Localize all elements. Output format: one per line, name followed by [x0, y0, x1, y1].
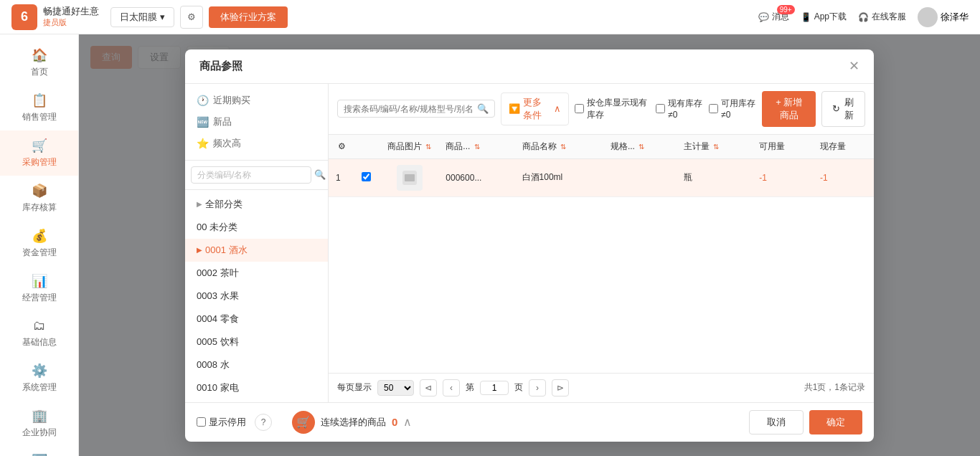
- th-spec[interactable]: 规格... ⇅: [603, 135, 677, 159]
- recent-purchase-tab[interactable]: 🕐 近期购买: [191, 90, 322, 111]
- th-checkbox: [354, 135, 380, 159]
- category-item-0008[interactable]: 0008 水: [185, 353, 328, 376]
- th-available: 可用量: [752, 135, 813, 159]
- user-name: 徐泽华: [941, 11, 969, 24]
- sidebar-item-inventory[interactable]: 📦 库存核算: [0, 176, 78, 221]
- pagination: 每页显示 50 10 20 100 ⊲ ‹ 第 页: [329, 373, 874, 402]
- category-item-0003[interactable]: 0003 水果: [185, 285, 328, 308]
- add-product-button[interactable]: + 新增商品: [762, 91, 816, 127]
- sidebar-item-sales-label: 销售管理: [22, 111, 57, 123]
- cancel-button[interactable]: 取消: [749, 410, 804, 434]
- app-download-nav-item[interactable]: 📱 App下载: [801, 11, 847, 23]
- th-image[interactable]: 商品图片 ⇅: [380, 135, 438, 159]
- last-page-button[interactable]: ⊳: [552, 379, 569, 396]
- row-spec: [603, 158, 677, 196]
- th-unit[interactable]: 主计量 ⇅: [677, 135, 752, 159]
- search-input-wrapper: 🔍: [337, 100, 495, 118]
- help-icon[interactable]: ?: [255, 414, 272, 431]
- recent-purchase-label: 近期购买: [213, 94, 250, 107]
- finance-icon: 💰: [32, 228, 47, 244]
- left-panel: 🕐 近期购买 🆕 新品 ⭐ 频次高: [185, 84, 329, 402]
- confirm-button[interactable]: 确定: [809, 410, 862, 434]
- modal-close-button[interactable]: ✕: [849, 60, 859, 72]
- prev-page-button[interactable]: ‹: [443, 379, 460, 396]
- category-item-0004[interactable]: 0004 零食: [185, 308, 328, 331]
- sidebar-item-home[interactable]: 🏠 首页: [0, 40, 78, 85]
- table-header-row: ⚙ 商品图片 ⇅ 商品... ⇅: [329, 135, 874, 159]
- chevron-up-icon: ∧: [554, 103, 561, 114]
- checkbox-filter-1[interactable]: 按仓库显示现有库存: [575, 97, 651, 121]
- page-total: 共1页，1条记录: [804, 381, 865, 394]
- sidebar-item-purchase[interactable]: 🛒 采购管理: [0, 130, 78, 176]
- experience-button[interactable]: 体验行业方案: [209, 6, 288, 28]
- logo-area: 6 畅捷通好生意 捷员版: [11, 4, 99, 30]
- online-service-nav-item[interactable]: 🎧 在线客服: [858, 11, 906, 23]
- category-item-0001[interactable]: ▶ 0001 酒水: [185, 239, 328, 262]
- page-number-input[interactable]: [480, 381, 509, 395]
- frequent-tab[interactable]: ⭐ 频次高: [191, 133, 322, 154]
- sidebar-item-finance[interactable]: 💰 资金管理: [0, 221, 78, 266]
- th-code[interactable]: 商品... ⇅: [438, 135, 514, 159]
- th-settings[interactable]: ⚙: [329, 135, 354, 159]
- first-page-button[interactable]: ⊲: [420, 379, 437, 396]
- row-name: 白酒100ml: [515, 158, 603, 196]
- store-selector[interactable]: 日太阳膜 ▾: [110, 7, 174, 27]
- product-table-wrap: ⚙ 商品图片 ⇅ 商品... ⇅: [329, 135, 874, 373]
- category-item-0002[interactable]: 0002 茶叶: [185, 262, 328, 285]
- category-item-00[interactable]: 00 未分类: [185, 216, 328, 239]
- sidebar-item-enterprise[interactable]: 🏢 企业协同: [0, 401, 78, 446]
- chevron-down-icon: ▾: [160, 11, 165, 22]
- checkbox-filter-2[interactable]: 现有库存≠0: [656, 98, 703, 120]
- search-submit-icon[interactable]: 🔍: [477, 103, 489, 114]
- sidebar-item-sales[interactable]: 📋 销售管理: [0, 85, 78, 130]
- category-item-0003-label: 0003 水果: [197, 290, 239, 303]
- sidebar-item-business[interactable]: 📊 经营管理: [0, 266, 78, 311]
- sidebar-item-system[interactable]: ⚙️ 系统管理: [0, 356, 78, 401]
- new-products-tab[interactable]: 🆕 新品: [191, 111, 322, 133]
- page-unit: 页: [514, 381, 523, 394]
- row-checkbox-cell[interactable]: [354, 158, 380, 196]
- category-item-0010[interactable]: 0010 家电: [185, 376, 328, 399]
- checkbox-filter-3[interactable]: 可用库存≠0: [709, 98, 756, 120]
- category-list: ▶ 全部分类 00 未分类 ▶ 0001 酒水 0002 茶: [185, 190, 328, 402]
- row-available: -1: [752, 158, 813, 196]
- collapse-cart-icon[interactable]: ∧: [403, 415, 412, 429]
- home-icon: 🏠: [32, 47, 47, 63]
- sidebar-item-guide[interactable]: 🆕 新手引导: [0, 446, 78, 456]
- next-page-button[interactable]: ›: [529, 379, 546, 396]
- filter-label: 更多条件: [523, 96, 551, 122]
- show-disabled-checkbox-wrap[interactable]: 显示停用: [197, 416, 246, 429]
- logo-icon: 6: [11, 4, 37, 30]
- refresh-button[interactable]: ↻ 刷新: [821, 91, 865, 127]
- messages-badge: 99+: [777, 5, 795, 14]
- category-search-input[interactable]: [191, 166, 311, 184]
- sort-icon-code: ⇅: [474, 143, 480, 151]
- show-disabled-checkbox[interactable]: [197, 417, 206, 427]
- search-icon[interactable]: 🔍: [314, 169, 326, 180]
- product-search-input[interactable]: [344, 104, 474, 114]
- purchase-icon: 🛒: [32, 138, 47, 153]
- checkbox-warehouse-stock[interactable]: [575, 104, 584, 113]
- per-page-select[interactable]: 50 10 20 100: [377, 380, 414, 396]
- category-item-0005[interactable]: 0005 饮料: [185, 331, 328, 353]
- table-row[interactable]: 1: [329, 158, 874, 196]
- right-panel: 🔍 🔽 更多条件 ∧ 按仓库显示现有库存: [329, 84, 874, 402]
- settings-icon[interactable]: ⚙: [180, 6, 203, 29]
- user-avatar: [918, 7, 938, 27]
- table-body: 1: [329, 158, 874, 196]
- cart-icon[interactable]: 🛒: [292, 411, 315, 434]
- more-filter-button[interactable]: 🔽 更多条件 ∧: [501, 92, 569, 125]
- th-name[interactable]: 商品名称 ⇅: [515, 135, 603, 159]
- checkbox-nonzero-stock[interactable]: [656, 104, 665, 113]
- user-avatar-area[interactable]: 徐泽华: [918, 7, 969, 27]
- left-panel-tabs: 🕐 近期购买 🆕 新品 ⭐ 频次高: [185, 84, 328, 161]
- sidebar-item-basic[interactable]: 🗂 基础信息: [0, 311, 78, 356]
- online-service-label: 在线客服: [872, 11, 906, 23]
- row-checkbox[interactable]: [362, 172, 371, 181]
- messages-nav-item[interactable]: 💬 消息 99+: [758, 11, 789, 23]
- checkbox-available-nonzero[interactable]: [709, 104, 718, 113]
- sidebar-item-home-label: 首页: [31, 66, 48, 78]
- category-item-all-label: 全部分类: [205, 198, 242, 211]
- sort-icon-image: ⇅: [425, 143, 431, 151]
- category-item-all[interactable]: ▶ 全部分类: [185, 193, 328, 216]
